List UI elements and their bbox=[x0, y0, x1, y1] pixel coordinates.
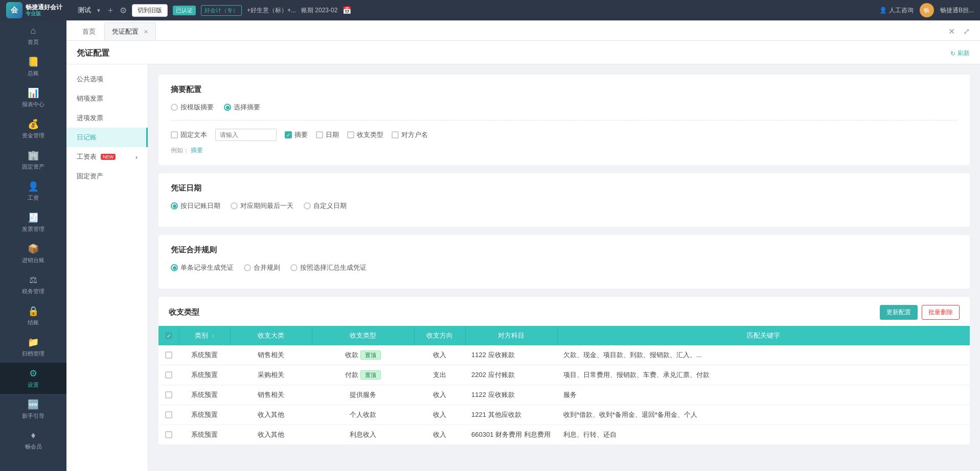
row-major: 收入其他 bbox=[230, 425, 312, 445]
row-checkbox-cell[interactable] bbox=[158, 385, 179, 405]
radio-merge-rule[interactable]: 合并规则 bbox=[244, 263, 280, 272]
row-type: 个人收款 bbox=[312, 405, 414, 425]
test-dropdown-icon[interactable]: ▼ bbox=[96, 8, 101, 13]
switch-version-button[interactable]: 切到旧版 bbox=[132, 4, 168, 17]
sidebar-item-guide[interactable]: 🆕 新手引导 bbox=[0, 394, 66, 425]
radio-single[interactable]: 单条记录生成凭证 bbox=[171, 263, 234, 272]
topbar: 会 畅捷通好会计 专业版 测试 ▼ ＋ ⚙ 切到旧版 已认证 好会计（专） +好… bbox=[0, 0, 980, 20]
select-all-checkbox[interactable] bbox=[165, 332, 172, 339]
row-checkbox-cell[interactable] bbox=[158, 345, 179, 365]
table-row: 系统预置 销售相关 收款 置顶 收入 1122 应收账款 欠款、现金、项目款、到… bbox=[158, 345, 970, 365]
left-nav-item-purchase[interactable]: 进项发票 bbox=[66, 108, 148, 128]
avatar[interactable]: 畅 bbox=[920, 3, 934, 17]
checkbox-date[interactable]: 日期 bbox=[316, 130, 339, 139]
type-tag: 置顶 bbox=[360, 350, 381, 360]
radio-journal-date[interactable]: 按日记账日期 bbox=[171, 201, 220, 210]
row-account: 1221 其他应收款 bbox=[465, 405, 557, 425]
calendar-icon[interactable]: 📅 bbox=[343, 6, 351, 14]
row-checkbox[interactable] bbox=[165, 351, 172, 359]
settings-btn[interactable]: ⚙ bbox=[120, 6, 127, 15]
help-button[interactable]: 👤 人工咨询 bbox=[879, 6, 914, 15]
purchase-icon: 📦 bbox=[28, 243, 39, 254]
row-checkbox[interactable] bbox=[165, 391, 172, 398]
radio-period-last-circle bbox=[231, 202, 238, 209]
help-icon: 👤 bbox=[879, 7, 887, 14]
settings-icon: ⚙ bbox=[29, 368, 37, 379]
radio-summary-gen[interactable]: 按照选择汇总生成凭证 bbox=[290, 263, 367, 272]
update-config-button[interactable]: 更新配置 bbox=[880, 305, 918, 320]
summary-section-title: 摘要配置 bbox=[171, 85, 958, 95]
funds-icon: 💰 bbox=[28, 119, 39, 130]
merge-radio-group: 单条记录生成凭证 合并规则 按照选择汇总生成凭证 bbox=[171, 263, 958, 272]
sidebar-item-archive[interactable]: 📁 归档管理 bbox=[0, 332, 66, 363]
row-keyword: 服务 bbox=[557, 385, 970, 405]
page-header: 凭证配置 ↻ 刷新 bbox=[66, 41, 980, 64]
row-major: 采购相关 bbox=[230, 365, 312, 385]
row-direction: 收入 bbox=[414, 345, 465, 365]
left-nav-item-journal[interactable]: 日记账 bbox=[66, 128, 148, 147]
row-account: 1122 应收账款 bbox=[465, 385, 557, 405]
sidebar-item-purchase[interactable]: 📦 进销台账 bbox=[0, 238, 66, 269]
test-label: 测试 bbox=[78, 6, 91, 15]
batch-delete-button[interactable]: 批量删除 bbox=[922, 305, 960, 320]
sidebar-item-label: 首页 bbox=[28, 38, 39, 46]
page-title: 凭证配置 bbox=[77, 48, 109, 59]
left-nav-item-sales[interactable]: 销项发票 bbox=[66, 89, 148, 108]
sidebar-item-settings[interactable]: ⚙ 设置 bbox=[0, 363, 66, 394]
radio-select[interactable]: 选择摘要 bbox=[224, 103, 260, 112]
sidebar-item-tax[interactable]: ⚖ 税务管理 bbox=[0, 269, 66, 300]
row-checkbox[interactable] bbox=[165, 371, 172, 379]
right-content: 摘要配置 按模版摘要 选择摘要 bbox=[148, 64, 980, 471]
member-icon: ♦ bbox=[31, 430, 35, 441]
left-nav-item-public[interactable]: 公共选项 bbox=[66, 69, 148, 89]
refresh-button[interactable]: ↻ 刷新 bbox=[950, 49, 970, 58]
row-checkbox-cell[interactable] bbox=[158, 405, 179, 425]
checkbox-pay-type[interactable]: 收支类型 bbox=[347, 130, 383, 139]
tab-home[interactable]: 首页 bbox=[75, 22, 103, 40]
row-keyword: 利息、行转、还自 bbox=[557, 425, 970, 445]
app-subtitle: 专业版 bbox=[26, 11, 62, 17]
sidebar-item-member[interactable]: ♦ 畅会员 bbox=[0, 425, 66, 456]
row-type: 提供服务 bbox=[312, 385, 414, 405]
refresh-icon: ↻ bbox=[950, 50, 955, 57]
radio-period-last[interactable]: 对应期间最后一天 bbox=[231, 201, 293, 210]
app-name: 畅捷通好会计 bbox=[26, 4, 62, 11]
sidebar-item-ledger[interactable]: 📒 总账 bbox=[0, 51, 66, 82]
maximize-window-button[interactable]: ⤢ bbox=[961, 25, 972, 38]
fixed-text-input[interactable] bbox=[215, 129, 277, 141]
row-type: 利息收入 bbox=[312, 425, 414, 445]
radio-template[interactable]: 按模版摘要 bbox=[171, 103, 214, 112]
th-category[interactable]: 类别 ↕ bbox=[179, 326, 230, 345]
radio-merge-rule-circle bbox=[244, 264, 251, 271]
row-category: 系统预置 bbox=[179, 345, 230, 365]
sidebar-item-invoice[interactable]: 🧾 发票管理 bbox=[0, 207, 66, 238]
guide-icon: 🆕 bbox=[28, 399, 39, 410]
sidebar-item-report[interactable]: 📊 报表中心 bbox=[0, 82, 66, 113]
window-controls: ✕ ⤢ bbox=[946, 25, 972, 38]
sidebar-item-closing[interactable]: 🔒 结账 bbox=[0, 300, 66, 332]
table-section-header: 收支类型 更新配置 批量删除 bbox=[158, 305, 970, 326]
left-nav: 公共选项 销项发票 进项发票 日记账 工资表 NEW › bbox=[66, 64, 148, 471]
checkbox-summary[interactable]: 摘要 bbox=[285, 130, 308, 139]
close-window-button[interactable]: ✕ bbox=[946, 25, 957, 38]
sidebar-item-home[interactable]: ⌂ 首页 bbox=[0, 20, 66, 51]
row-checkbox-cell[interactable] bbox=[158, 365, 179, 385]
row-checkbox[interactable] bbox=[165, 431, 172, 438]
archive-icon: 📁 bbox=[28, 337, 39, 348]
sidebar-item-funds[interactable]: 💰 资金管理 bbox=[0, 113, 66, 145]
row-checkbox[interactable] bbox=[165, 411, 172, 418]
left-nav-item-payroll[interactable]: 工资表 NEW › bbox=[66, 147, 148, 167]
radio-custom-date[interactable]: 自定义日期 bbox=[304, 201, 347, 210]
row-keyword: 欠款、现金、项目款、到款、报销款、汇入、... bbox=[557, 345, 970, 365]
sidebar-item-assets[interactable]: 🏢 固定资产 bbox=[0, 145, 66, 176]
tab-close-icon[interactable]: ✕ bbox=[144, 29, 148, 35]
tab-voucher[interactable]: 凭证配置 ✕ bbox=[104, 22, 156, 40]
sidebar-item-salary[interactable]: 👤 工资 bbox=[0, 176, 66, 207]
row-category: 系统预置 bbox=[179, 385, 230, 405]
checkbox-counterparty[interactable]: 对方户名 bbox=[392, 130, 428, 139]
left-nav-item-fixed-assets[interactable]: 固定资产 bbox=[66, 167, 148, 186]
checkbox-fixed-text[interactable]: 固定文本 bbox=[171, 130, 207, 139]
table-row: 系统预置 收入其他 个人收款 收入 1221 其他应收款 收到*借款、收到*备用… bbox=[158, 405, 970, 425]
add-btn[interactable]: ＋ bbox=[106, 5, 115, 16]
row-checkbox-cell[interactable] bbox=[158, 425, 179, 445]
